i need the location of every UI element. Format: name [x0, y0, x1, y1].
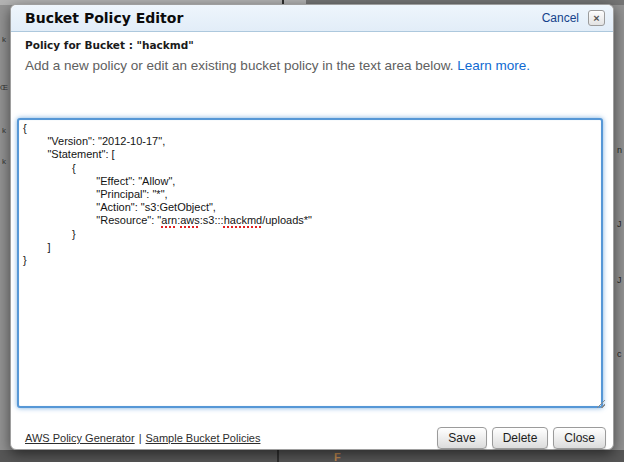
cancel-link[interactable]: Cancel — [542, 11, 579, 25]
aws-policy-generator-link[interactable]: AWS Policy Generator — [25, 432, 135, 444]
footer-links: AWS Policy Generator|Sample Bucket Polic… — [25, 432, 260, 444]
background-text-fragment: J — [617, 220, 622, 228]
background-text-fragment: k — [2, 158, 6, 166]
delete-button[interactable]: Delete — [492, 427, 549, 449]
description-body: Add a new policy or edit an existing buc… — [25, 58, 454, 73]
background-divider — [277, 450, 279, 462]
background-text-fragment: k — [2, 127, 6, 135]
description-text: Add a new policy or edit an existing buc… — [25, 58, 530, 73]
footer-buttons: Save Delete Close — [437, 427, 606, 449]
background-text-fragment: k — [2, 36, 6, 44]
dialog-title: Bucket Policy Editor — [25, 10, 183, 26]
learn-more-link[interactable]: Learn more. — [457, 58, 530, 73]
sample-bucket-policies-link[interactable]: Sample Bucket Policies — [146, 432, 261, 444]
dialog-footer: AWS Policy Generator|Sample Bucket Polic… — [11, 425, 613, 451]
background-page-bottom — [0, 450, 624, 462]
close-button[interactable]: Close — [553, 427, 606, 449]
save-button[interactable]: Save — [437, 427, 486, 449]
background-text-fragment: Œ — [0, 84, 8, 92]
background-text-fragment: n — [617, 146, 622, 154]
dialog-titlebar: Bucket Policy Editor Cancel × — [11, 5, 613, 32]
policy-for-bucket-label: Policy for Bucket : "hackmd" — [25, 39, 194, 51]
background-text-fragment: F — [334, 453, 355, 461]
background-text-fragment: c — [617, 350, 622, 358]
screen: F k Œ k k n J J c Bucket Policy Editor C… — [0, 0, 624, 462]
link-separator: | — [139, 432, 142, 444]
policy-textarea[interactable]: { "Version": "2012-10-17", "Statement": … — [17, 118, 603, 408]
close-icon[interactable]: × — [588, 10, 605, 26]
bucket-policy-editor-dialog: Bucket Policy Editor Cancel × Policy for… — [10, 4, 614, 450]
background-text-fragment: J — [617, 276, 622, 284]
